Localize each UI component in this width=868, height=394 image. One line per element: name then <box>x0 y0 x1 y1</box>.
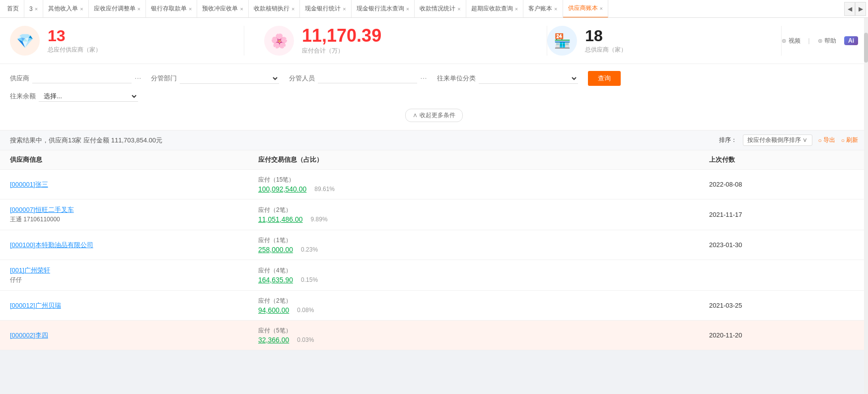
nav-tab-cash-bank-stat[interactable]: 现金银行统计× <box>300 0 351 18</box>
payable-amount[interactable]: 100,092,540.00 <box>258 185 306 193</box>
export-icon: ○ <box>818 137 822 144</box>
payable-pct: 0.15% <box>301 276 318 283</box>
close-tab-other-income[interactable]: × <box>80 6 83 12</box>
supplier-link[interactable]: [000007]恒旺二手叉车 <box>10 206 74 213</box>
close-tab-prepay-ar[interactable]: × <box>240 6 243 12</box>
filter-row-1: 供应商 ··· 分管部门 分管人员 ··· 往来单位分类 查询 <box>10 71 858 86</box>
summary-bar: 💎 13 总应付供应商（家） 🌸 11,170.39 应付合计（万） 🏪 18 … <box>0 18 868 64</box>
close-tab-receipt-writeoff[interactable]: × <box>291 6 294 12</box>
nav-tab-supplier-ledger[interactable]: 供应商账本× <box>563 0 608 18</box>
payable-pct: 0.03% <box>297 336 314 343</box>
nav-tab-receipt-writeoff[interactable]: 收款核销执行× <box>249 0 300 18</box>
table-row: [001]广州荣轩仔仔应付（4笔）164,635.900.15% <box>0 260 868 291</box>
video-link[interactable]: ⊙ 视频 <box>782 37 800 45</box>
dept-select[interactable] <box>180 73 279 84</box>
collapse-button[interactable]: ∧ 收起更多条件 <box>405 109 462 122</box>
payable-desc: 应付（4笔） <box>258 266 709 275</box>
supplier-link[interactable]: [000012]广州贝瑞 <box>10 302 61 309</box>
sort-button[interactable]: 按应付余额倒序排序 ∨ <box>743 134 812 146</box>
table-row: [000001]张三应付（15笔）100,092,540.0089.61%202… <box>0 170 868 199</box>
nav-tab-bank-deposit[interactable]: 银行存取款单× <box>146 0 197 18</box>
supplier-dots[interactable]: ··· <box>135 74 141 83</box>
last-pay-cell: 2022-08-08 <box>709 181 858 188</box>
col-supplier-info: 供应商信息 <box>10 155 258 164</box>
person-input[interactable] <box>318 73 417 83</box>
table-row: [000007]恒旺二手叉车王通 17106110000应付（2笔）11,051… <box>0 199 868 230</box>
payable-amount[interactable]: 94,600.00 <box>258 306 289 314</box>
close-tab-bank-deposit[interactable]: × <box>189 6 192 12</box>
close-tab-receipt-stat[interactable]: × <box>457 6 460 12</box>
close-tab-cash-bank-flow[interactable]: × <box>406 6 409 12</box>
supplier-sub: 王通 17106110000 <box>10 215 258 224</box>
category-label: 往来单位分类 <box>437 74 476 83</box>
sep: | <box>808 37 810 44</box>
nav-tab-home[interactable]: 首页 <box>2 0 24 18</box>
store-icon: 🏪 <box>547 26 577 56</box>
payable-amount[interactable]: 258,000.00 <box>258 246 293 254</box>
query-button[interactable]: 查询 <box>588 71 621 86</box>
payable-desc: 应付（1笔） <box>258 236 709 245</box>
balance-select[interactable]: 选择... <box>39 91 138 102</box>
ai-badge[interactable]: Ai <box>844 36 858 45</box>
supplier-link[interactable]: [000001]张三 <box>10 181 48 188</box>
supplier-sub: 仔仔 <box>10 276 258 284</box>
results-right: 排序： 按应付余额倒序排序 ∨ ○ 导出 ○ 刷新 <box>719 134 858 146</box>
help-link[interactable]: ⊙ 帮助 <box>818 37 836 45</box>
nav-tab-tab3[interactable]: 3× <box>24 0 43 18</box>
last-pay-cell: 2021-03-25 <box>709 302 858 309</box>
nav-tab-ar-ap-adjust[interactable]: 应收应付调整单× <box>89 0 146 18</box>
export-button[interactable]: ○ 导出 <box>818 136 835 144</box>
payable-pct: 89.61% <box>314 186 335 193</box>
nav-tab-prepay-ar[interactable]: 预收冲应收单× <box>197 0 248 18</box>
summary-card-total-suppliers: 🏪 18 总供应商（家） <box>547 26 782 56</box>
scrollbar-track[interactable] <box>864 18 868 350</box>
close-tab-customer-ledger[interactable]: × <box>554 6 557 12</box>
supplier-link[interactable]: [000002]李四 <box>10 331 48 339</box>
close-tab-cash-bank-stat[interactable]: × <box>343 6 346 12</box>
payable-amount[interactable]: 11,051,486.00 <box>258 215 303 223</box>
supplier-link[interactable]: [000100]本特勤油品有限公司 <box>10 241 93 249</box>
supplier-cell: [000001]张三 <box>10 180 258 189</box>
total-payable-suppliers-num: 13 <box>48 28 101 44</box>
refresh-button[interactable]: ○ 刷新 <box>841 136 858 144</box>
results-summary: 搜索结果中，供应商13家 应付金额 111,703,854.00元 <box>10 136 162 145</box>
filter-bar: 供应商 ··· 分管部门 分管人员 ··· 往来单位分类 查询 往来余额 选择 <box>0 64 868 131</box>
table-row: [000100]本特勤油品有限公司应付（1笔）258,000.000.23%20… <box>0 230 868 260</box>
close-tab-tab3[interactable]: × <box>35 6 38 12</box>
payable-cell: 应付（1笔）258,000.000.23% <box>258 236 709 254</box>
nav-tab-customer-ledger[interactable]: 客户账本× <box>523 0 563 18</box>
nav-prev-arrow[interactable]: ◀ <box>844 2 855 16</box>
close-tab-ar-ap-adjust[interactable]: × <box>138 6 141 12</box>
nav-tab-cash-bank-flow[interactable]: 现金银行流水查询× <box>352 0 415 18</box>
nav-tab-other-income[interactable]: 其他收入单× <box>43 0 88 18</box>
filter-person: 分管人员 ··· <box>289 73 427 83</box>
payable-desc: 应付（15笔） <box>258 176 709 184</box>
last-pay-cell: 2021-11-17 <box>709 211 858 218</box>
close-tab-supplier-ledger[interactable]: × <box>600 5 603 11</box>
payable-amount[interactable]: 32,366.00 <box>258 336 289 344</box>
table-row: [000002]李四应付（5笔）32,366.000.03%2020-11-20 <box>0 321 868 350</box>
payable-amount[interactable]: 164,635.90 <box>258 276 293 284</box>
supplier-input[interactable] <box>32 73 132 83</box>
nav-next-arrow[interactable]: ▶ <box>855 2 866 16</box>
col-last-pay: 上次付数 <box>709 155 858 164</box>
last-pay-cell: 2020-11-20 <box>709 331 858 339</box>
scrollbar-thumb[interactable] <box>864 33 868 63</box>
person-dots[interactable]: ··· <box>420 74 427 83</box>
payable-desc: 应付（2笔） <box>258 206 709 214</box>
supplier-link[interactable]: [001]广州荣轩 <box>10 266 50 274</box>
payable-cell: 应付（5笔）32,366.000.03% <box>258 327 709 344</box>
top-nav: 首页3×其他收入单×应收应付调整单×银行存取款单×预收冲应收单×收款核销执行×现… <box>0 0 868 18</box>
table-row: [000012]广州贝瑞应付（2笔）94,600.000.08%2021-03-… <box>0 291 868 321</box>
filter-supplier: 供应商 ··· <box>10 73 141 83</box>
last-pay-cell: 2023-01-30 <box>709 241 858 249</box>
table-body: [000001]张三应付（15笔）100,092,540.0089.61%202… <box>0 170 868 350</box>
payable-cell: 应付（2笔）94,600.000.08% <box>258 297 709 314</box>
filter-row-2: 往来余额 选择... <box>10 91 858 102</box>
nav-tab-receipt-stat[interactable]: 收款情况统计× <box>415 0 466 18</box>
payable-pct: 0.23% <box>301 246 318 253</box>
nav-tab-overdue-ar[interactable]: 超期应收款查询× <box>466 0 523 18</box>
close-tab-overdue-ar[interactable]: × <box>515 6 518 12</box>
category-select[interactable] <box>479 73 578 84</box>
payable-desc: 应付（2笔） <box>258 297 709 305</box>
